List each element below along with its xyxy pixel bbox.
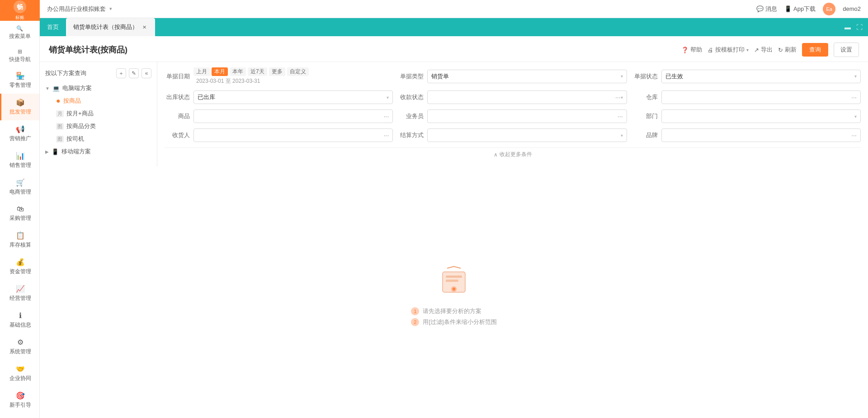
employee-dots-icon[interactable]: ··· [618, 113, 623, 120]
sidebar-item-finance[interactable]: 💰 资金管理 [0, 253, 39, 280]
grid-icon: ⊞ [18, 48, 22, 55]
date-range-text: 2023-03-01 至 2023-03-31 [196, 77, 393, 85]
receipt-input[interactable]: ··· ▾ [427, 90, 627, 104]
doc-status-label: 单据状态 [632, 72, 658, 81]
sidebar-item-marketing[interactable]: 📢 营销推广 [0, 120, 39, 147]
tab-home[interactable]: 首页 [40, 18, 66, 36]
date-this-month[interactable]: 本月 [212, 67, 228, 76]
date-custom[interactable]: 自定义 [287, 67, 309, 76]
sidebar-item-guide[interactable]: 🎯 新手引导 [0, 387, 39, 413]
sidebar-item-operation[interactable]: 📈 经营管理 [0, 280, 39, 307]
warehouse-out-field: 出库状态 已出库 ▾ [165, 90, 393, 104]
date-7days[interactable]: 近7天 [248, 67, 267, 76]
tab-bar: 首页 销货单统计表（按商品） ✕ ▬ ⛶ [40, 18, 868, 36]
export-button[interactable]: ↗ 导出 [754, 46, 773, 54]
filter-panel: 按以下方案查询 ＋ ✎ « ▼ 💻 电脑端方案 [40, 62, 868, 166]
empty-state: 1 请先选择要分析的方案 2 用[过滤]条件来缩小分析范围 [40, 166, 868, 418]
sidebar-item-basic[interactable]: ℹ 基础信息 [0, 307, 39, 333]
recipient-label: 收货人 [165, 131, 190, 139]
tree-mobile-section[interactable]: ▶ 📱 移动端方案 [43, 145, 153, 158]
sidebar-item-ecommerce[interactable]: 🛒 电商管理 [0, 174, 39, 200]
sidebar-item-retail[interactable]: 🏪 零售管理 [0, 67, 39, 94]
sidebar-item-inventory[interactable]: 📋 库存核算 [0, 227, 39, 253]
product-field: 商品 ··· [165, 109, 393, 123]
sidebar-item-enterprise[interactable]: 🤝 企业协同 [0, 360, 39, 387]
warehouse-out-select[interactable]: 已出库 ▾ [193, 90, 393, 104]
product-label: 商品 [165, 112, 190, 120]
sidebar-item-purchase[interactable]: 🛍 采购管理 [0, 200, 39, 227]
date-label: 单据日期 [165, 72, 190, 81]
tree-item-by-product[interactable]: ● 按商品 [52, 95, 153, 107]
warehouse-dots-icon[interactable]: ··· [851, 94, 857, 101]
employee-input[interactable]: ··· [427, 109, 627, 123]
date-badges: 上月 本月 本年 近7天 更多 自定义 [193, 67, 393, 76]
recipient-input[interactable]: ··· [193, 128, 393, 142]
date-this-year[interactable]: 本年 [230, 67, 246, 76]
sidebar-item-system[interactable]: ⚙ 系统管理 [0, 333, 39, 360]
system-icon: ⚙ [17, 338, 24, 347]
search-menu-button[interactable]: 🔍 搜索菜单 [9, 25, 31, 40]
page-actions: ❓ 帮助 🖨 按模板打印 ▾ ↗ 导出 ↻ 刷新 [681, 43, 859, 57]
filter-row-3: 商品 ··· 业务员 ··· [165, 109, 861, 123]
export-icon: ↗ [754, 47, 759, 53]
doc-status-select[interactable]: 已生效 ▾ [661, 70, 861, 83]
product-dots-icon[interactable]: ··· [384, 113, 389, 120]
date-last-month[interactable]: 上月 [193, 67, 210, 76]
collapse-sidebar-button[interactable]: « [142, 68, 151, 78]
help-button[interactable]: ❓ 帮助 [681, 46, 702, 54]
empty-tip-1: 1 请先选择要分析的方案 [411, 307, 496, 315]
tree-pc-section[interactable]: ▼ 💻 电脑端方案 [43, 82, 153, 95]
brand-input[interactable]: ··· [661, 128, 861, 142]
settlement-select[interactable]: ▾ [427, 128, 627, 142]
tree-item-by-category[interactable]: 图 按商品分类 [52, 120, 153, 133]
user-avatar[interactable]: Ea [823, 3, 835, 15]
print-button[interactable]: 🖨 按模板打印 ▾ [708, 46, 749, 54]
sidebar-logo-text: 标账 [15, 14, 24, 21]
product-input[interactable]: ··· [193, 109, 393, 123]
warehouse-out-label: 出库状态 [165, 93, 190, 101]
app-download-button[interactable]: 📱 App下载 [784, 5, 816, 13]
tab-close-button[interactable]: ✕ [141, 24, 148, 31]
settlement-label: 结算方式 [398, 131, 424, 139]
filter-row-4: 收货人 ··· 结算方式 ▾ [165, 128, 861, 142]
doc-type-select[interactable]: 销货单 ▾ [427, 70, 627, 83]
warehouse-label: 仓库 [632, 93, 658, 101]
query-button[interactable]: 查询 [802, 43, 828, 57]
collapse-more-button[interactable]: ∧ 收起更多条件 [165, 147, 861, 161]
tree-item-by-machine[interactable]: 图 按司机 [52, 133, 153, 145]
tip-2-number: 2 [411, 318, 419, 326]
page-wrapper: 销货单统计表(按商品) ❓ 帮助 🖨 按模板打印 ▾ ↗ 导出 [40, 36, 868, 418]
department-arrow-icon: ▾ [854, 114, 857, 119]
finance-icon: 💰 [16, 258, 25, 266]
message-button[interactable]: 💬 消息 [756, 5, 777, 13]
shortcut-nav-button[interactable]: ⊞ 快捷导航 [9, 48, 31, 63]
svg-text:畅: 畅 [17, 3, 23, 10]
employee-field: 业务员 ··· [398, 109, 627, 123]
warehouse-input[interactable]: ··· [661, 90, 861, 104]
receipt-dots-icon[interactable]: ··· [615, 94, 621, 101]
sidebar-item-appstore[interactable]: 📱 应用中心 [0, 413, 39, 418]
refresh-button[interactable]: ↻ 刷新 [778, 46, 797, 54]
sidebar-item-sales[interactable]: 📊 销售管理 [0, 147, 39, 174]
tree-item-by-month-product[interactable]: 月 按月+商品 [52, 107, 153, 120]
receipt-arrow-icon: ▾ [621, 95, 623, 100]
industry-label: 办公用品行业模拟账套 [47, 5, 106, 13]
tip-1-number: 1 [411, 307, 419, 315]
sidebar-logo[interactable]: 畅 标账 [0, 0, 40, 21]
page-header: 销货单统计表(按商品) ❓ 帮助 🖨 按模板打印 ▾ ↗ 导出 [40, 36, 868, 62]
tab-sales-stats[interactable]: 销货单统计表（按商品） ✕ [66, 18, 155, 36]
sidebar-item-wholesale[interactable]: 📦 批发管理 [0, 94, 39, 120]
tab-maximize-button[interactable]: ⛶ [854, 22, 864, 33]
department-select[interactable]: ▾ [661, 109, 861, 123]
header-left: 办公用品行业模拟账套 ▾ [47, 5, 112, 13]
svg-rect-4 [446, 280, 458, 282]
brand-dots-icon[interactable]: ··· [851, 132, 857, 139]
edit-scheme-button[interactable]: ✎ [129, 68, 139, 78]
date-more[interactable]: 更多 [269, 67, 285, 76]
filter-sidebar-header: 按以下方案查询 ＋ ✎ « [40, 66, 157, 82]
help-icon: ❓ [681, 47, 689, 53]
recipient-dots-icon[interactable]: ··· [384, 132, 389, 139]
add-scheme-button[interactable]: ＋ [116, 68, 126, 78]
settings-button[interactable]: 设置 [834, 43, 859, 57]
tab-minimize-button[interactable]: ▬ [843, 22, 853, 33]
